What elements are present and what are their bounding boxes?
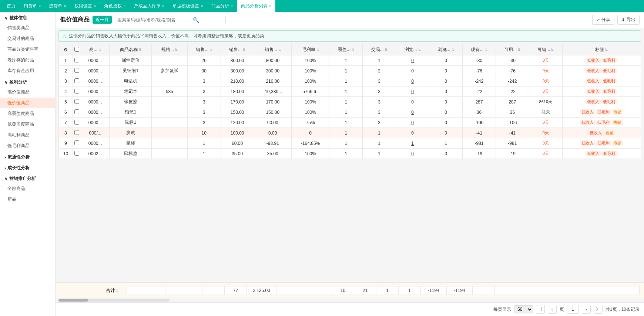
sidebar-item-all-goods[interactable]: 全部商品 xyxy=(0,183,55,194)
row-checkbox[interactable] xyxy=(74,130,79,135)
export-button[interactable]: ⬇ 导出 xyxy=(617,15,640,25)
th-sale2[interactable]: 销售...⇅ xyxy=(254,44,291,55)
prev-page-btn[interactable]: ‹ xyxy=(548,305,557,314)
horizontal-scrollbar[interactable] xyxy=(56,298,644,302)
th-profit-rate[interactable]: 毛利率⇅ xyxy=(291,44,329,55)
close-icon[interactable]: × xyxy=(123,4,125,8)
th-view2[interactable]: 浏览...⇅ xyxy=(429,44,463,55)
nav-item-goods-list[interactable]: 商品分析列表 × xyxy=(237,0,275,12)
row-checkbox[interactable] xyxy=(74,140,79,145)
sidebar-item-sales-goods[interactable]: 销售类商品 xyxy=(0,23,55,33)
view1-link[interactable]: 0 xyxy=(411,130,414,136)
nav-item-goods-analysis[interactable]: 商品分析 × xyxy=(208,0,237,12)
view1-link[interactable]: 0 xyxy=(411,89,414,94)
first-page-btn[interactable]: 《 xyxy=(536,305,545,314)
th-stock3[interactable]: 可销...⇅ xyxy=(529,44,562,55)
th-checkbox[interactable] xyxy=(73,44,81,55)
close-icon[interactable]: × xyxy=(162,4,164,8)
sidebar-item-traded-goods[interactable]: 交易过的商品 xyxy=(0,33,55,44)
nav-item-purchase[interactable]: 进货单 × xyxy=(45,0,70,12)
view1-link[interactable]: 0 xyxy=(411,110,414,115)
row-checkbox[interactable] xyxy=(74,99,79,104)
th-view1[interactable]: 浏览...⇅ xyxy=(396,44,429,55)
row-checkbox-cell[interactable] xyxy=(73,86,81,97)
row-checkbox-cell[interactable] xyxy=(73,66,81,76)
th-tags[interactable]: 标签⇅ xyxy=(562,44,641,55)
nav-item-home[interactable]: 首页 xyxy=(3,0,19,12)
view1-link[interactable]: 0 xyxy=(411,58,414,63)
close-icon[interactable]: × xyxy=(201,4,203,8)
close-icon[interactable]: × xyxy=(38,4,41,8)
nav-item-role[interactable]: 角色授权 × xyxy=(100,0,129,12)
per-page-select[interactable]: 50 20 100 xyxy=(514,305,533,313)
row-checkbox-cell[interactable] xyxy=(73,76,81,86)
row-checkbox-cell[interactable] xyxy=(73,149,81,159)
sidebar-item-new-goods[interactable]: 新品 xyxy=(0,194,55,205)
nav-item-template[interactable]: 单据模板设置 × xyxy=(169,0,207,12)
row-checkbox-cell[interactable] xyxy=(73,138,81,149)
sidebar-item-low-profit[interactable]: 低毛利商品 xyxy=(0,140,55,151)
close-icon[interactable]: × xyxy=(64,4,66,8)
row-checkbox[interactable] xyxy=(74,58,79,62)
row-checkbox-cell[interactable] xyxy=(73,107,81,118)
row-view2: 0 xyxy=(429,128,463,138)
next-page-btn[interactable]: › xyxy=(582,305,591,314)
header-actions: ↗ 分享 ⬇ 导出 xyxy=(592,15,640,25)
sidebar-item-high-coverage[interactable]: 高覆盖度商品 xyxy=(0,108,55,119)
search-icon[interactable]: 🔍 xyxy=(193,17,199,23)
th-stock2[interactable]: 可用...⇅ xyxy=(496,44,529,55)
page-input[interactable] xyxy=(567,305,579,314)
row-checkbox-cell[interactable] xyxy=(73,128,81,138)
th-sale1[interactable]: 销售...⇅ xyxy=(221,44,254,55)
sidebar-item-category-rate[interactable]: 商品分类销售率 xyxy=(0,44,55,55)
last-page-btn[interactable]: 》 xyxy=(594,305,603,314)
close-icon[interactable]: × xyxy=(231,4,233,8)
share-button[interactable]: ↗ 分享 xyxy=(592,15,614,25)
view1-link[interactable]: 0 xyxy=(411,120,414,125)
th-cover[interactable]: 覆盖...⇅ xyxy=(329,44,363,55)
th-name[interactable]: 商品名称⇅ xyxy=(110,44,152,55)
row-checkbox[interactable] xyxy=(74,78,79,83)
section-profit[interactable]: ∨ 盈利分析 xyxy=(0,76,55,87)
section-flow[interactable]: › 流通性分析 xyxy=(0,151,55,162)
table-container[interactable]: ⚙ 商...⇅ 商品名称⇅ 规格...⇅ 销售...⇅ 销售...⇅ 销售...… xyxy=(56,44,644,282)
row-checkbox-cell[interactable] xyxy=(73,118,81,128)
th-stock1[interactable]: 现有...⇅ xyxy=(463,44,496,55)
sidebar-item-stock-capital[interactable]: 库存资金占用 xyxy=(0,65,55,76)
row-checkbox[interactable] xyxy=(74,151,79,156)
time-tag-btn[interactable]: 近一月 xyxy=(93,16,112,24)
row-view1: 0 xyxy=(396,86,429,97)
sidebar-item-low-coverage[interactable]: 低覆盖度商品 xyxy=(0,119,55,130)
sidebar-item-high-value[interactable]: 高价值商品 xyxy=(0,87,55,98)
view1-link[interactable]: 0 xyxy=(411,68,414,74)
sidebar-item-low-value[interactable]: 低价值商品 xyxy=(0,98,55,108)
section-marketing[interactable]: ∨ 营销推广分析 xyxy=(0,173,55,183)
search-input[interactable] xyxy=(117,17,191,23)
close-icon[interactable]: × xyxy=(94,4,96,8)
th-spec[interactable]: 规格...⇅ xyxy=(152,44,188,55)
select-all-checkbox[interactable] xyxy=(74,47,79,52)
row-checkbox[interactable] xyxy=(74,109,79,114)
nav-item-permission[interactable]: 权限设置 × xyxy=(71,0,100,12)
row-checkbox[interactable] xyxy=(74,120,79,125)
section-growth[interactable]: › 成长性分析 xyxy=(0,162,55,173)
sidebar-item-old-stock[interactable]: 老库存的商品 xyxy=(0,55,55,65)
row-checkbox[interactable] xyxy=(74,68,79,73)
row-no: 3 xyxy=(59,76,73,86)
row-checkbox[interactable] xyxy=(74,89,79,94)
row-checkbox-cell[interactable] xyxy=(73,97,81,107)
th-settings[interactable]: ⚙ xyxy=(59,44,73,55)
nav-item-product-in[interactable]: 产成品入库单 × xyxy=(130,0,168,12)
view1-link[interactable]: 0 xyxy=(411,99,414,105)
th-code[interactable]: 商...⇅ xyxy=(81,44,110,55)
view1-link[interactable]: 1 xyxy=(411,141,414,146)
th-trade[interactable]: 交易...⇅ xyxy=(363,44,396,55)
view1-link[interactable]: 0 xyxy=(411,79,414,84)
nav-item-sales[interactable]: 销货单 × xyxy=(20,0,44,12)
th-qty[interactable]: 销售...⇅ xyxy=(187,44,221,55)
sidebar-item-high-profit[interactable]: 高毛利商品 xyxy=(0,130,55,140)
row-checkbox-cell[interactable] xyxy=(73,55,81,66)
close-icon[interactable]: × xyxy=(269,4,271,8)
section-overall[interactable]: ∨ 整体信息 xyxy=(0,12,55,23)
view1-link[interactable]: 0 xyxy=(411,151,414,156)
